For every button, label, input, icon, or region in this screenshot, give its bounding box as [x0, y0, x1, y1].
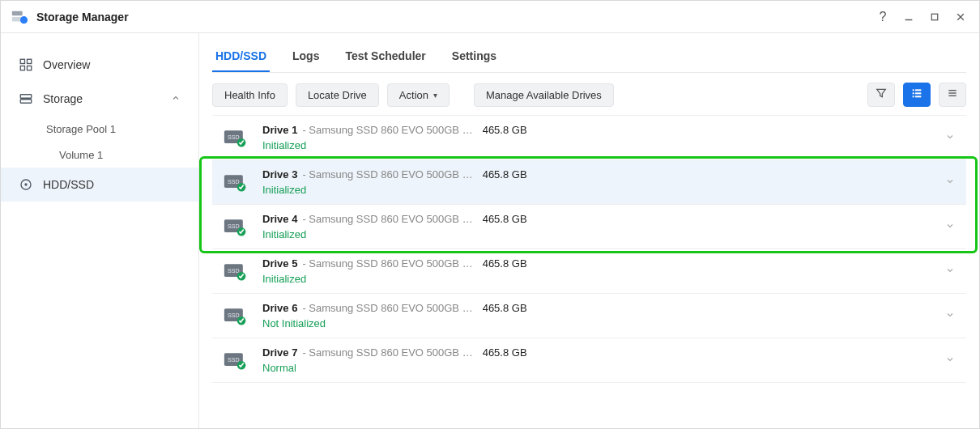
sidebar-item-label: Overview	[43, 58, 90, 71]
sidebar-item-volume-1[interactable]: Volume 1	[1, 142, 198, 168]
drive-model: - Samsung SSD 860 EVO 500GB …	[302, 257, 472, 270]
chevron-down-icon	[945, 310, 955, 322]
drive-status: Initialized	[262, 184, 527, 196]
sidebar-item-storage-pool-1[interactable]: Storage Pool 1	[1, 116, 198, 142]
svg-rect-17	[915, 89, 921, 91]
drive-name: Drive 7	[262, 346, 297, 359]
chevron-down-icon	[945, 265, 955, 278]
titlebar: Storage Manager ?	[1, 1, 979, 33]
locate-drive-button[interactable]: Locate Drive	[296, 83, 379, 107]
drive-size: 465.8 GB	[483, 168, 527, 181]
sidebar-item-label: Volume 1	[59, 149, 103, 161]
drive-size: 465.8 GB	[483, 124, 527, 136]
drive-row[interactable]: SSD Drive 5 - Samsung SSD 860 EVO 500GB …	[212, 248, 966, 293]
app-window: Storage Manager ? Overview	[0, 0, 980, 429]
drive-model: - Samsung SSD 860 EVO 500GB …	[302, 302, 472, 314]
svg-rect-19	[915, 92, 921, 94]
close-button[interactable]	[952, 8, 969, 26]
tab-hdd-ssd[interactable]: HDD/SSD	[212, 43, 270, 72]
tab-settings[interactable]: Settings	[449, 43, 500, 72]
toolbar: Health Info Locate Drive Action ▾ Manage…	[212, 73, 966, 115]
drive-name: Drive 1	[262, 124, 297, 136]
svg-rect-7	[20, 59, 24, 63]
drive-model: - Samsung SSD 860 EVO 500GB …	[302, 168, 472, 181]
filter-button[interactable]	[867, 83, 895, 107]
health-info-button[interactable]: Health Info	[212, 83, 288, 107]
sidebar-item-storage[interactable]: Storage	[1, 82, 198, 116]
funnel-icon	[875, 87, 888, 103]
svg-rect-0	[12, 11, 23, 15]
sidebar-item-overview[interactable]: Overview	[1, 48, 198, 82]
svg-rect-18	[913, 92, 914, 94]
svg-rect-4	[931, 14, 938, 20]
drive-row[interactable]: SSD Drive 4 - Samsung SSD 860 EVO 500GB …	[212, 204, 966, 248]
tab-logs[interactable]: Logs	[289, 43, 322, 72]
drive-icon	[19, 177, 33, 192]
chevron-down-icon	[945, 176, 955, 189]
svg-rect-16	[913, 89, 914, 91]
svg-text:SSD: SSD	[228, 357, 240, 363]
app-title: Storage Manager	[36, 11, 129, 23]
sidebar-item-label: HDD/SSD	[43, 178, 94, 191]
svg-point-2	[20, 16, 28, 23]
svg-rect-12	[20, 100, 32, 104]
compact-view-button[interactable]	[939, 83, 966, 107]
app-icon	[11, 8, 28, 26]
svg-rect-21	[915, 96, 921, 97]
chevron-down-icon	[945, 132, 955, 144]
chevron-down-icon	[945, 355, 955, 367]
tabs: HDD/SSD Logs Test Scheduler Settings	[212, 33, 966, 73]
storage-icon	[19, 91, 33, 106]
drive-name: Drive 4	[262, 213, 297, 225]
drive-model: - Samsung SSD 860 EVO 500GB …	[302, 124, 472, 136]
sidebar-item-label: Storage	[43, 92, 83, 105]
drive-row[interactable]: SSD Drive 3 - Samsung SSD 860 EVO 500GB …	[212, 159, 966, 204]
drive-model: - Samsung SSD 860 EVO 500GB …	[302, 213, 472, 225]
svg-rect-8	[28, 59, 32, 63]
list-view-button[interactable]	[903, 83, 931, 107]
drive-status: Normal	[262, 362, 527, 374]
minimize-button[interactable]	[900, 8, 918, 26]
drive-size: 465.8 GB	[483, 302, 527, 314]
list-icon	[910, 87, 923, 103]
drive-model: - Samsung SSD 860 EVO 500GB …	[302, 346, 472, 359]
drive-size: 465.8 GB	[483, 213, 527, 225]
menu-icon	[946, 87, 959, 103]
caret-down-icon: ▾	[433, 91, 437, 100]
svg-marker-15	[877, 89, 886, 96]
svg-text:SSD: SSD	[228, 134, 240, 140]
svg-rect-20	[913, 96, 914, 97]
drive-row[interactable]: SSD Drive 1 - Samsung SSD 860 EVO 500GB …	[212, 115, 966, 159]
tab-test-scheduler[interactable]: Test Scheduler	[342, 43, 428, 72]
svg-rect-9	[20, 66, 24, 70]
drive-name: Drive 3	[262, 168, 297, 181]
drive-list: SSD Drive 1 - Samsung SSD 860 EVO 500GB …	[212, 115, 966, 383]
drive-status: Initialized	[262, 273, 527, 285]
sidebar-item-label: Storage Pool 1	[46, 123, 116, 135]
drive-name: Drive 5	[262, 257, 297, 270]
ssd-icon: SSD	[224, 261, 248, 281]
sidebar: Overview Storage Storage Pool 1 Volume 1	[1, 33, 199, 428]
help-button[interactable]: ?	[874, 8, 892, 26]
action-button[interactable]: Action ▾	[387, 83, 450, 107]
chevron-up-icon	[171, 93, 181, 105]
manage-available-drives-button[interactable]: Manage Available Drives	[474, 83, 614, 107]
drive-size: 465.8 GB	[483, 346, 527, 359]
ssd-icon: SSD	[224, 217, 248, 236]
maximize-button[interactable]	[926, 8, 944, 26]
chevron-down-icon	[945, 221, 955, 233]
ssd-icon: SSD	[224, 350, 248, 370]
svg-text:SSD: SSD	[228, 268, 240, 274]
main-panel: HDD/SSD Logs Test Scheduler Settings Hea…	[199, 33, 979, 428]
drive-row[interactable]: SSD Drive 6 - Samsung SSD 860 EVO 500GB …	[212, 293, 966, 338]
drive-status: Not Initialized	[262, 317, 527, 329]
ssd-icon: SSD	[224, 306, 248, 325]
drive-size: 465.8 GB	[483, 257, 527, 270]
drive-row[interactable]: SSD Drive 7 - Samsung SSD 860 EVO 500GB …	[212, 338, 966, 383]
drive-status: Initialized	[262, 139, 527, 151]
svg-rect-10	[28, 66, 32, 70]
ssd-icon: SSD	[224, 172, 248, 192]
dashboard-icon	[19, 57, 33, 72]
sidebar-item-hdd-ssd[interactable]: HDD/SSD	[1, 168, 198, 202]
svg-text:SSD: SSD	[228, 312, 240, 318]
